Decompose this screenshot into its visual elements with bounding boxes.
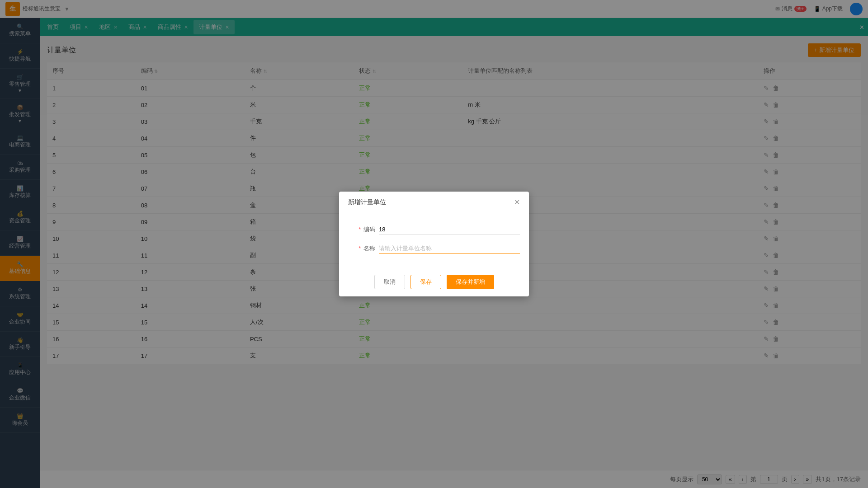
- required-mark: *: [359, 226, 361, 233]
- name-input[interactable]: [379, 243, 520, 254]
- modal-close-btn[interactable]: ✕: [514, 198, 520, 206]
- modal-footer: 取消 保存 保存并新增: [339, 269, 529, 296]
- modal-overlay: 新增计量单位 ✕ * 编码 * 名称 取消 保存 保存并新增: [0, 0, 868, 488]
- add-measure-unit-modal: 新增计量单位 ✕ * 编码 * 名称 取消 保存 保存并新增: [339, 192, 529, 296]
- code-input[interactable]: [379, 224, 520, 235]
- save-and-new-button[interactable]: 保存并新增: [447, 275, 494, 289]
- modal-header: 新增计量单位 ✕: [339, 192, 529, 213]
- modal-title: 新增计量单位: [348, 198, 386, 206]
- modal-body: * 编码 * 名称: [339, 213, 529, 269]
- required-mark-name: *: [359, 245, 361, 252]
- save-button[interactable]: 保存: [410, 275, 441, 289]
- name-label: * 名称: [348, 244, 375, 253]
- form-row-name: * 名称: [348, 243, 520, 254]
- form-row-code: * 编码: [348, 224, 520, 235]
- code-label: * 编码: [348, 225, 375, 234]
- cancel-button[interactable]: 取消: [374, 275, 405, 289]
